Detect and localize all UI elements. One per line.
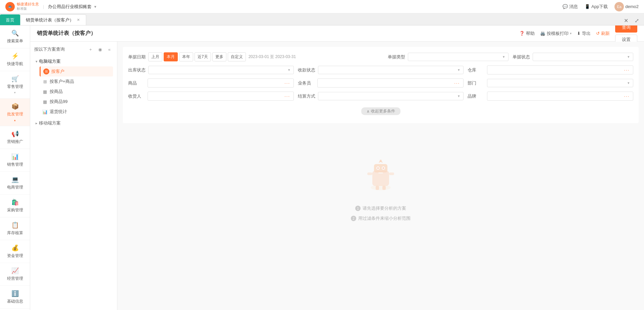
- print-dropdown-icon[interactable]: ▾: [570, 32, 572, 35]
- search-icon: 🔍: [11, 30, 19, 37]
- tab-sales-stat-label: 销货单统计表（按客户）: [26, 17, 74, 23]
- date-btn-custom[interactable]: 自定义: [228, 52, 246, 61]
- empty-tip-2: 2 用过滤条件来缩小分析范围: [351, 215, 411, 221]
- tree-child-icon-return: 📊: [42, 109, 48, 114]
- page-header: 销货单统计表（按客户） ❓ 帮助 🖨️ 按模板打印 ▾ ⬇ 导出: [30, 25, 644, 42]
- sidebar-item-basics[interactable]: ℹ️ 基础信息: [0, 286, 30, 309]
- tree-child-customer-product[interactable]: ⊞ 按客户+商品: [40, 76, 113, 87]
- page-title: 销货单统计表（按客户）: [37, 30, 96, 37]
- help-btn[interactable]: ❓ 帮助: [519, 31, 535, 37]
- left-panel: 按以下方案查询 + ◉ « ▾ 电脑端方案: [30, 42, 117, 310]
- date-btn-this-month[interactable]: 本月: [164, 52, 178, 61]
- app-download-btn[interactable]: 📱 App下载: [585, 4, 608, 10]
- top-bar-right: 💬 消息 📱 App下载 Ea demo2: [562, 2, 639, 11]
- tree-child-icon-product99: ▦: [42, 99, 48, 104]
- retail-icon: 🛒: [11, 75, 19, 83]
- purchase-icon: 🛍️: [11, 199, 19, 206]
- department-select[interactable]: ▾: [487, 79, 633, 87]
- order-status-select[interactable]: ▾: [533, 53, 633, 61]
- user-name: demo2: [625, 4, 639, 9]
- tab-close-btn[interactable]: ✕: [76, 18, 80, 22]
- delivery-select[interactable]: ▾: [148, 66, 294, 74]
- salesperson-select[interactable]: ···: [317, 79, 464, 88]
- sidebar-item-search[interactable]: 🔍 搜索菜单: [0, 25, 30, 48]
- tip-num-2: 2: [351, 216, 356, 221]
- product-label: 商品: [128, 80, 145, 86]
- breadcrumb-dropdown[interactable]: ▾: [94, 4, 96, 9]
- date-btn-last-month[interactable]: 上月: [148, 52, 162, 61]
- order-type-select[interactable]: ▾: [408, 53, 508, 61]
- sidebar-item-finance[interactable]: 💰 资金管理: [0, 240, 30, 263]
- mobile-icon: 📱: [585, 4, 590, 9]
- collapse-panel-btn[interactable]: «: [106, 46, 113, 53]
- sidebar-item-inventory[interactable]: 📋 库存核算: [0, 217, 30, 240]
- brand-select[interactable]: ···: [487, 92, 633, 101]
- tree-child-icon-customer-product: ⊞: [42, 79, 48, 84]
- message-btn[interactable]: 💬 消息: [562, 4, 578, 10]
- svg-point-12: [380, 160, 382, 162]
- date-label: 单据日期: [128, 54, 146, 60]
- order-type-chevron: ▾: [503, 55, 505, 59]
- tree-child-product[interactable]: ▦ 按商品: [40, 87, 113, 97]
- message-icon: 💬: [562, 4, 568, 9]
- brand-label: 品牌: [468, 93, 484, 99]
- delivery-label: 出库状态: [128, 67, 146, 73]
- filter-row-date: 单据日期 上月 本月 本年 近7天 更多 自定义 2023-03-01 至 20…: [128, 52, 633, 61]
- date-btn-more[interactable]: 更多: [212, 52, 226, 61]
- tab-bar: 首页 销货单统计表（按客户） ✕ ✕ ⤢: [0, 13, 644, 25]
- collapse-label: 收起更多条件: [371, 108, 395, 114]
- settings-scheme-btn[interactable]: ◉: [96, 46, 104, 53]
- logo-text: 畅捷通好生意: [17, 2, 39, 6]
- tree-child-customer[interactable]: 按 按客户: [40, 66, 113, 76]
- left-panel-header: 按以下方案查询 + ◉ «: [34, 46, 113, 53]
- filter-item-payment: 收款状态 ▾: [298, 66, 464, 74]
- tree-mobile-parent[interactable]: ▸ 移动端方案: [34, 118, 113, 128]
- export-btn[interactable]: ⬇ 导出: [577, 31, 591, 37]
- collapse-bar[interactable]: ∧ 收起更多条件: [128, 105, 633, 118]
- recipient-label: 收货人: [128, 93, 145, 99]
- add-scheme-btn[interactable]: +: [87, 46, 94, 53]
- sidebar-item-operations[interactable]: 📈 经营管理: [0, 263, 30, 286]
- expand-window-btn[interactable]: ⤢: [632, 16, 641, 25]
- settlement-select[interactable]: ▾: [318, 92, 464, 100]
- date-btn-this-year[interactable]: 本年: [179, 52, 193, 61]
- sidebar-item-retail[interactable]: 🛒 零售管理 ▾: [0, 71, 30, 99]
- wholesale-icon: 📦: [11, 103, 19, 110]
- sidebar-item-sales[interactable]: 📊 销售管理: [0, 149, 30, 172]
- product-select[interactable]: ···: [148, 79, 294, 88]
- date-btn-7days[interactable]: 近7天: [195, 52, 211, 61]
- recipient-select[interactable]: ···: [148, 92, 294, 101]
- sidebar-item-purchase[interactable]: 🛍️ 采购管理: [0, 195, 30, 217]
- tab-sales-stat[interactable]: 销货单统计表（按客户） ✕: [20, 14, 86, 25]
- filter-item-warehouse: 仓库 ···: [468, 65, 633, 74]
- print-icon: 🖨️: [540, 31, 545, 36]
- basics-icon: ℹ️: [11, 290, 19, 297]
- tree-child-product99[interactable]: ▦ 按商品99: [40, 97, 113, 107]
- left-panel-actions: + ◉ «: [87, 46, 113, 53]
- app-label: 标准版: [17, 6, 39, 11]
- sidebar-item-marketing[interactable]: 📢 营销推广: [0, 126, 30, 149]
- page-area: 销货单统计表（按客户） ❓ 帮助 🖨️ 按模板打印 ▾ ⬇ 导出: [30, 25, 644, 310]
- shortcut-icon: ⚡: [11, 52, 19, 60]
- sales-icon: 📊: [11, 153, 19, 160]
- salesperson-label: 业务员: [298, 80, 315, 86]
- logo-icon: 🐟: [5, 2, 15, 11]
- sidebar-item-wholesale[interactable]: 📦 批发管理 ▴: [0, 99, 30, 126]
- user-area[interactable]: Ea demo2: [614, 2, 639, 11]
- tab-home[interactable]: 首页: [0, 14, 20, 25]
- tree-mobile: ▸ 移动端方案: [34, 118, 113, 128]
- collapse-tag[interactable]: ∧ 收起更多条件: [361, 107, 400, 115]
- sidebar-item-ecommerce[interactable]: 💻 电商管理: [0, 172, 30, 195]
- refresh-icon: ↺: [596, 31, 600, 36]
- tree-child-return[interactable]: 📊 退货统计: [40, 107, 113, 117]
- sidebar-item-shortcut[interactable]: ⚡ 快捷导航: [0, 48, 30, 71]
- tree-desktop-parent[interactable]: ▾ 电脑端方案: [34, 56, 113, 66]
- close-window-btn[interactable]: ✕: [621, 16, 631, 25]
- svg-rect-9: [389, 172, 394, 175]
- payment-select[interactable]: ▾: [318, 66, 464, 74]
- warehouse-select[interactable]: ···: [487, 65, 633, 74]
- query-btn[interactable]: 查询: [615, 25, 637, 33]
- refresh-btn[interactable]: ↺ 刷新: [596, 31, 610, 37]
- sidebar-item-system[interactable]: ⚙️ 系统管理: [0, 309, 30, 310]
- print-btn[interactable]: 🖨️ 按模板打印 ▾: [540, 31, 572, 37]
